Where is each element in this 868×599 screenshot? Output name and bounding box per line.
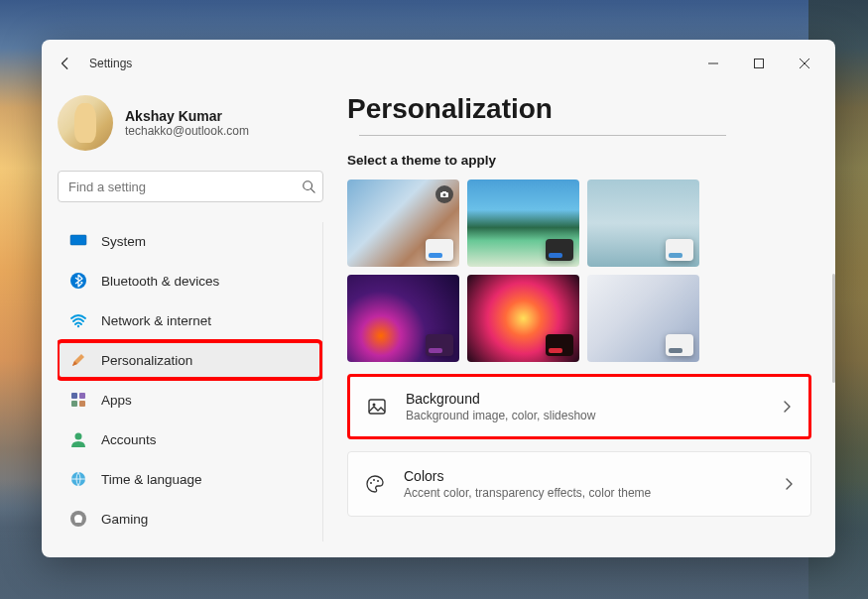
sidebar-item-accounts[interactable]: Accounts	[58, 420, 321, 458]
svg-point-10	[75, 433, 82, 440]
theme-grid	[347, 180, 811, 362]
title-underline	[359, 135, 726, 136]
theme-accent-chip	[546, 239, 573, 261]
sidebar-item-apps[interactable]: Apps	[58, 381, 321, 419]
theme-accent-chip	[426, 334, 453, 356]
sidebar-item-system[interactable]: System	[58, 222, 321, 260]
setting-row-background[interactable]: Background Background image, color, slid…	[347, 374, 811, 439]
svg-rect-8	[71, 401, 77, 407]
setting-row-colors[interactable]: Colors Accent color, transparency effect…	[347, 451, 811, 517]
svg-rect-2	[70, 235, 86, 245]
sidebar-item-time[interactable]: Time & language	[58, 460, 321, 498]
palette-icon	[364, 473, 386, 495]
window-controls	[690, 48, 827, 79]
chevron-right-icon	[783, 478, 795, 490]
maximize-button[interactable]	[736, 48, 782, 79]
theme-tile[interactable]	[467, 275, 579, 362]
row-title: Colors	[404, 468, 765, 484]
main-content: Personalization Select a theme to apply …	[339, 87, 835, 557]
maximize-icon	[754, 59, 764, 68]
theme-accent-chip	[666, 334, 693, 356]
settings-window: Settings Akshay Kumar techakko@outlook.c…	[42, 40, 835, 557]
sidebar: Akshay Kumar techakko@outlook.com System…	[42, 87, 339, 557]
gaming-icon	[69, 510, 87, 528]
svg-point-5	[77, 325, 79, 327]
close-icon	[800, 59, 809, 68]
sidebar-item-gaming[interactable]: Gaming	[58, 500, 321, 538]
paintbrush-icon	[69, 351, 87, 369]
svg-rect-7	[79, 393, 85, 399]
avatar	[58, 95, 113, 151]
sidebar-item-personalization[interactable]: Personalization	[58, 341, 321, 379]
arrow-left-icon	[59, 57, 72, 70]
sidebar-item-bluetooth[interactable]: Bluetooth & devices	[58, 262, 321, 300]
sidebar-item-label: Gaming	[101, 512, 148, 527]
svg-point-15	[443, 193, 446, 196]
apps-icon	[69, 391, 87, 409]
row-subtitle: Background image, color, slideshow	[406, 409, 763, 422]
sidebar-item-label: Time & language	[101, 472, 202, 487]
sidebar-item-label: Apps	[101, 393, 132, 408]
row-subtitle: Accent color, transparency effects, colo…	[404, 486, 765, 500]
theme-accent-chip	[426, 239, 453, 261]
search-input[interactable]	[58, 171, 323, 202]
row-title: Background	[406, 391, 763, 407]
globe-clock-icon	[69, 470, 87, 488]
theme-tile[interactable]	[347, 275, 459, 362]
theme-tile[interactable]	[347, 180, 459, 267]
person-icon	[69, 430, 87, 448]
chevron-right-icon	[781, 401, 793, 413]
wifi-icon	[69, 311, 87, 329]
scrollbar[interactable]	[832, 274, 835, 383]
theme-tile[interactable]	[467, 180, 579, 267]
monitor-icon	[69, 232, 87, 250]
search-box[interactable]	[58, 171, 323, 202]
back-button[interactable]	[50, 48, 81, 79]
svg-point-1	[304, 181, 312, 190]
svg-rect-0	[755, 60, 764, 68]
window-title: Settings	[89, 57, 132, 70]
sidebar-item-label: Network & internet	[101, 313, 211, 328]
sidebar-item-label: Accounts	[101, 432, 157, 447]
profile-block[interactable]: Akshay Kumar techakko@outlook.com	[58, 87, 323, 171]
svg-rect-9	[79, 401, 85, 407]
svg-rect-6	[71, 393, 77, 399]
bluetooth-icon	[69, 272, 87, 290]
theme-tile[interactable]	[587, 275, 699, 362]
svg-rect-14	[442, 191, 446, 193]
theme-tile[interactable]	[587, 180, 699, 267]
image-icon	[366, 396, 388, 418]
close-button[interactable]	[782, 48, 827, 79]
sidebar-item-label: System	[101, 234, 146, 249]
sidebar-item-label: Personalization	[101, 353, 192, 368]
profile-email: techakko@outlook.com	[125, 124, 249, 138]
nav-list: System Bluetooth & devices Network & int…	[58, 222, 323, 541]
camera-icon	[435, 185, 453, 203]
svg-point-19	[373, 479, 375, 481]
svg-rect-16	[369, 400, 385, 414]
sidebar-item-network[interactable]: Network & internet	[58, 301, 321, 339]
titlebar: Settings	[42, 40, 835, 87]
minimize-button[interactable]	[690, 48, 736, 79]
minimize-icon	[708, 59, 718, 68]
svg-point-20	[377, 480, 379, 482]
sidebar-item-label: Bluetooth & devices	[101, 274, 219, 289]
theme-section-label: Select a theme to apply	[347, 153, 811, 168]
theme-accent-chip	[546, 334, 573, 356]
page-title: Personalization	[347, 93, 811, 125]
theme-accent-chip	[666, 239, 693, 261]
profile-name: Akshay Kumar	[125, 108, 249, 124]
search-icon	[302, 180, 315, 193]
svg-point-18	[370, 482, 372, 484]
